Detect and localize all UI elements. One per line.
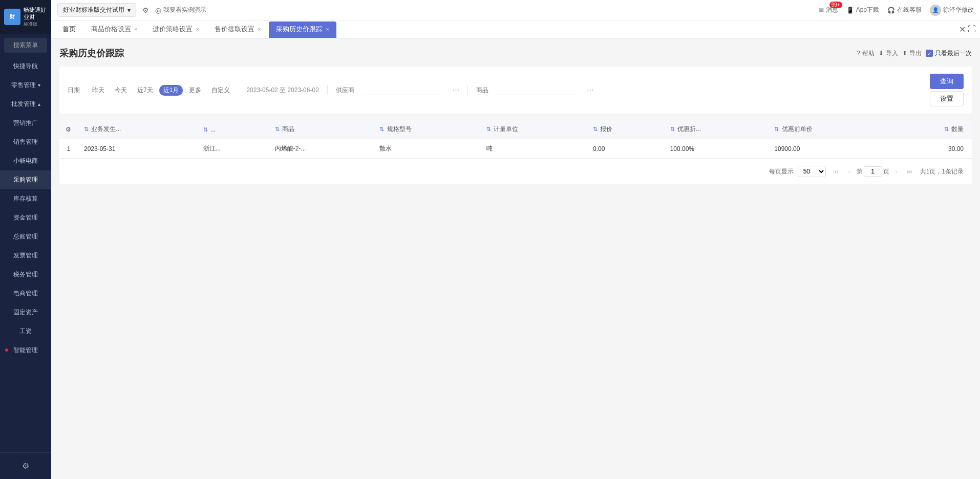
sort-icon: ⇅ [774,126,779,132]
sidebar-search[interactable]: 搜索菜单 [0,34,51,57]
close-icon[interactable]: × [326,26,329,32]
supplier-input[interactable] [363,85,444,95]
question-icon: ? [857,50,860,57]
date-btn-7days[interactable]: 近7天 [133,85,157,96]
sidebar-item-fixed-assets[interactable]: 固定资产 [0,303,51,322]
help-button[interactable]: ? 帮助 [857,49,875,58]
sidebar-bottom: ⚙ [0,452,51,479]
th-price[interactable]: ⇅ 报价 [587,120,664,139]
sidebar-item-finance[interactable]: 资金管理 [0,208,51,227]
logo-text: 畅捷通好业财 标准版 [24,6,47,28]
date-btn-1month[interactable]: 近1月 [159,85,183,96]
divider2 [467,85,468,95]
config-icon[interactable]: ⚙ [142,6,149,14]
tabbar: 首页 商品价格设置 × 进价策略设置 × 售价提取设置 × 采购历史价跟踪 × … [51,20,980,39]
tabbar-actions: ✕ ⛶ [959,25,976,34]
sort-icon: ⇅ [203,126,208,133]
settings-button[interactable]: 设置 [930,91,964,106]
date-btn-more[interactable]: 更多 [185,85,205,96]
page-input[interactable] [864,166,882,177]
tab-sale-extract[interactable]: 售价提取设置 × [207,21,268,38]
per-page-label: 每页显示 [769,167,794,176]
export-button[interactable]: ⬆ 导出 [902,49,922,58]
row-price: 0.00 [587,139,664,159]
row-discount: 100.00% [664,139,769,159]
date-btn-yesterday[interactable]: 昨天 [88,85,109,96]
search-menu-button[interactable]: 搜索菜单 [4,38,47,53]
sidebar-item-retail[interactable]: 零售管理 ▾ [0,76,51,95]
chevron-down-icon: ▾ [127,7,131,14]
expand-icon[interactable]: ⛶ [968,25,976,34]
sidebar-item-inventory[interactable]: 库存核算 [0,189,51,208]
close-all-icon[interactable]: ✕ [959,25,966,34]
app-download-button[interactable]: 📱 App下载 [846,6,879,14]
goods-more-icon[interactable]: ··· [587,85,593,95]
prev-page-button[interactable]: ‹ [843,165,856,178]
date-btn-today[interactable]: 今天 [111,85,131,96]
th-spec[interactable]: ⇅ 规格型号 [373,120,480,139]
sidebar-item-ecommerce-small[interactable]: 小畅电商 [0,151,51,170]
sort-icon: ⇅ [275,126,280,132]
th-discount[interactable]: ⇅ 优惠折... [664,120,769,139]
tab-cost-strategy[interactable]: 进价策略设置 × [145,21,206,38]
row-unit: 吨 [480,139,587,159]
filter-actions: 查询 设置 [930,74,964,106]
checkbox-icon [926,50,933,57]
row-goods: 丙烯酸-2-... [269,139,373,159]
close-icon[interactable]: × [196,26,199,32]
sort-icon: ⇅ [486,126,491,132]
user-menu[interactable]: 👤 徐泽华修改 [930,5,974,16]
last-page-button[interactable]: ⏭ [904,165,916,178]
close-icon[interactable]: × [134,26,137,32]
th-goods[interactable]: ⇅ 商品 [269,120,373,139]
page-actions: ? 帮助 ⬇ 导入 ⬆ 导出 只看最后一次 [857,49,972,58]
goods-input[interactable] [497,85,579,95]
date-range-text: 2023-05-02 至 2023-06-02 [246,86,318,95]
online-service-button[interactable]: 🎧 在线客服 [887,6,922,14]
settings-icon[interactable]: ⚙ [4,457,47,475]
query-button[interactable]: 查询 [930,74,964,89]
page-unit: 页 [883,167,889,176]
sidebar-item-quick-nav[interactable]: 快捷导航 [0,57,51,76]
sort-icon: ⇅ [944,126,949,132]
demo-button[interactable]: ◎ 我要看实例演示 [155,6,206,14]
last-only-checkbox[interactable]: 只看最后一次 [926,49,972,58]
page-nav: ⏮ ‹ 第 页 › ⏭ [830,165,916,178]
close-icon[interactable]: × [258,26,261,32]
first-page-button[interactable]: ⏮ [830,165,842,178]
sidebar-item-salary[interactable]: 工资 [0,322,51,341]
date-btn-custom[interactable]: 自定义 [207,85,234,96]
page-label: 第 [857,167,863,176]
chevron-down-icon: ▾ [38,82,40,88]
supplier-more-icon[interactable]: ··· [453,85,459,95]
data-table-container: ⚙ ⇅ 业务发生... ⇅ ... ⇅ 商品 [59,120,972,184]
sidebar-item-ledger[interactable]: 总账管理 [0,227,51,246]
message-button[interactable]: ✉ 消息 99+ [819,6,838,14]
row-index: 1 [59,139,78,159]
sort-icon: ⇅ [84,126,89,132]
sidebar-item-sales[interactable]: 销售管理 [0,133,51,151]
sidebar-item-ecommerce[interactable]: 电商管理 [0,284,51,303]
sidebar-item-wholesale[interactable]: 批发管理 ▴ [0,95,51,114]
th-gear[interactable]: ⚙ [59,120,78,139]
tab-purchase-history[interactable]: 采购历史价跟踪 × [269,21,336,38]
th-col2[interactable]: ⇅ ... [197,120,269,139]
import-button[interactable]: ⬇ 导入 [879,49,898,58]
sidebar-item-marketing[interactable]: 营销推广 [0,114,51,133]
sidebar-item-tax[interactable]: 税务管理 [0,265,51,284]
row-date: 2023-05-31 [78,139,197,159]
tab-price-settings[interactable]: 商品价格设置 × [84,21,144,38]
app-logo: 财 畅捷通好业财 标准版 [0,0,51,34]
total-info: 共1页，1条记录 [920,167,964,176]
per-page-select[interactable]: 50 100 200 [798,166,826,177]
sidebar-item-smart[interactable]: 智能管理 [0,341,51,360]
th-date[interactable]: ⇅ 业务发生... [78,120,197,139]
tab-home[interactable]: 首页 [55,21,83,38]
th-unit[interactable]: ⇅ 计量单位 [480,120,587,139]
sidebar-item-invoice[interactable]: 发票管理 [0,246,51,265]
next-page-button[interactable]: › [890,165,903,178]
th-quantity[interactable]: ⇅ 数量 [890,120,972,139]
sidebar-item-purchase[interactable]: 采购管理 [0,170,51,189]
th-pre-price[interactable]: ⇅ 优惠前单价 [768,120,889,139]
edition-selector[interactable]: 好业财标准版交付试用 ▾ [57,3,136,17]
